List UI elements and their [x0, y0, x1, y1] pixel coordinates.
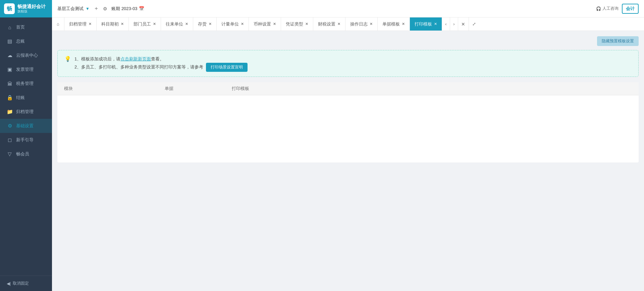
close-period-icon: 🔒 — [7, 95, 13, 101]
unpin-icon: ◀| — [7, 281, 11, 286]
tab-dept-close-icon[interactable]: ✕ — [153, 22, 156, 26]
tab-partner-close-icon[interactable]: ✕ — [185, 22, 188, 26]
tab-print-template-close-icon[interactable]: ✕ — [434, 22, 437, 26]
tab-doc-template[interactable]: 单据模板 ✕ — [378, 17, 410, 31]
sidebar-item-guide[interactable]: ◻ 新手引导 — [0, 133, 52, 147]
add-project-button[interactable]: ＋ — [94, 5, 99, 12]
info-text-block: 1、模板添加成功后，请点击刷新新页面查看。 2、多员工、多打印机、多种业务类型设… — [74, 55, 248, 72]
tab-home[interactable]: ⌂ — [52, 17, 64, 31]
reports-icon: ☁ — [7, 52, 13, 58]
info-line-1: 1、模板添加成功后，请点击刷新新页面查看。 — [74, 55, 248, 63]
tab-print-template-label: 打印模板 — [415, 21, 432, 27]
col-header-module: 模块 — [57, 86, 158, 92]
sidebar-item-settings[interactable]: ⚙ 基础设置 — [0, 119, 52, 133]
tab-voucher-type-close-icon[interactable]: ✕ — [305, 22, 308, 26]
tab-scroll-right-button[interactable]: › — [450, 17, 458, 31]
unpin-button[interactable]: ◀| 取消固定 — [0, 276, 52, 291]
tax-icon: 🏛 — [7, 81, 13, 87]
info-line-2: 2、多员工、多打印机、多种业务类型设置不同打印方案等，请参考 打印场景设置宣明 — [74, 63, 248, 72]
service-button[interactable]: 🎧 人工咨询 — [596, 6, 619, 11]
tab-inventory-close-icon[interactable]: ✕ — [209, 22, 212, 26]
tab-print-template[interactable]: 打印模板 ✕ — [410, 17, 442, 31]
project-selector[interactable]: 基层工会测试 ▼ — [57, 6, 90, 12]
project-name: 基层工会测试 — [57, 6, 84, 12]
sidebar-item-invoice-label: 发票管理 — [16, 66, 34, 72]
tab-tax-settings-close-icon[interactable]: ✕ — [337, 22, 340, 26]
sidebar-item-archive[interactable]: 📁 归档管理 — [0, 105, 52, 119]
kuaiji-button[interactable]: 会计 — [622, 4, 639, 14]
col-header-print: 打印模板 — [225, 86, 639, 92]
tab-subjects-close-icon[interactable]: ✕ — [121, 22, 124, 26]
info-text-before: 1、模板添加成功后，请 — [74, 56, 120, 61]
tab-unit-close-icon[interactable]: ✕ — [241, 22, 244, 26]
sidebar-item-home[interactable]: ⌂ 首页 — [0, 20, 52, 34]
tab-archive-close-icon[interactable]: ✕ — [89, 22, 92, 26]
tab-subjects-label: 科目期初 — [101, 21, 119, 27]
tab-voucher-type-label: 凭证类型 — [286, 21, 303, 27]
tab-subjects[interactable]: 科目期初 ✕ — [97, 17, 129, 31]
sidebar-item-reports-label: 云报表中心 — [16, 52, 38, 58]
tab-partner-label: 往来单位 — [166, 21, 183, 27]
ledger-icon: ▤ — [7, 38, 13, 44]
tab-op-log-close-icon[interactable]: ✕ — [370, 22, 373, 26]
tab-partner[interactable]: 往来单位 ✕ — [161, 17, 193, 31]
unpin-label: 取消固定 — [13, 281, 29, 286]
invoice-icon: ▣ — [7, 66, 13, 72]
sidebar-item-vip-label: 畅会员 — [16, 151, 29, 157]
tab-currency-label: 币种设置 — [254, 21, 271, 27]
logo-title: 畅捷通好会计 — [17, 4, 46, 9]
tab-currency[interactable]: 币种设置 ✕ — [249, 17, 281, 31]
calendar-icon[interactable]: 📅 — [139, 6, 144, 11]
table-header: 模块 单据 打印模板 — [57, 82, 639, 95]
info-box-content: 💡 1、模板添加成功后，请点击刷新新页面查看。 2、多员工、多打印机、多种业务类… — [64, 55, 632, 72]
vip-icon: ▽ — [7, 151, 13, 157]
content-area: 隐藏预置模板设置 💡 1、模板添加成功后，请点击刷新新页面查看。 2、多员工、多… — [52, 31, 644, 291]
tab-close-all-button[interactable]: ✕ — [458, 17, 469, 31]
tab-scroll-left-button[interactable]: ‹ — [442, 17, 450, 31]
tab-expand-button[interactable]: ⤢ — [469, 17, 480, 31]
hide-template-button[interactable]: 隐藏预置模板设置 — [597, 36, 639, 46]
info-box: 💡 1、模板添加成功后，请点击刷新新页面查看。 2、多员工、多打印机、多种业务类… — [57, 50, 639, 77]
refresh-link[interactable]: 点击刷新新页面 — [120, 56, 151, 61]
home-icon: ⌂ — [7, 25, 13, 30]
settings-gear-icon[interactable]: ⚙ — [103, 6, 107, 11]
sidebar-item-archive-label: 归档管理 — [16, 109, 34, 115]
sidebar-item-ledger[interactable]: ▤ 总账 — [0, 34, 52, 48]
tab-archive-label: 归档管理 — [69, 21, 87, 27]
sidebar-item-vip[interactable]: ▽ 畅会员 — [0, 147, 52, 161]
tab-voucher-type[interactable]: 凭证类型 ✕ — [281, 17, 313, 31]
logo-icon: 畅 — [4, 3, 15, 14]
tab-currency-close-icon[interactable]: ✕ — [273, 22, 276, 26]
sidebar-item-settings-label: 基础设置 — [16, 123, 34, 129]
sidebar: 畅 畅捷通好会计 旗舰版 ⌂ 首页 ▤ 总账 ☁ 云报表中心 ▣ 发票管理 🏛 … — [0, 0, 52, 291]
tab-dept-label: 部门员工 — [133, 21, 151, 27]
tab-dept[interactable]: 部门员工 ✕ — [129, 17, 161, 31]
tab-tax-settings-label: 财税设置 — [318, 21, 335, 27]
info-line2-text: 2、多员工、多打印机、多种业务类型设置不同打印方案等，请参考 — [74, 64, 203, 69]
info-text-after: 查看。 — [151, 56, 164, 61]
logo-subtitle: 旗舰版 — [17, 9, 46, 14]
main-area: 基层工会测试 ▼ ＋ ⚙ 账期 2023-03 📅 🎧 人工咨询 会计 ⌂ 归档… — [52, 0, 644, 291]
period-label: 账期 — [111, 6, 120, 12]
table-body — [57, 95, 639, 162]
archive-icon: 📁 — [7, 109, 13, 115]
tab-doc-template-label: 单据模板 — [382, 21, 400, 27]
bulb-icon: 💡 — [64, 56, 71, 62]
tab-archive[interactable]: 归档管理 ✕ — [64, 17, 97, 31]
sidebar-item-close[interactable]: 🔒 结账 — [0, 91, 52, 105]
service-label: 人工咨询 — [602, 6, 619, 11]
tab-op-log[interactable]: 操作日志 ✕ — [345, 17, 378, 31]
tab-tax-settings[interactable]: 财税设置 ✕ — [313, 17, 345, 31]
headset-icon: 🎧 — [596, 6, 601, 11]
tab-doc-template-close-icon[interactable]: ✕ — [402, 22, 405, 26]
sidebar-item-invoice[interactable]: ▣ 发票管理 — [0, 62, 52, 77]
topbar-right: 🎧 人工咨询 会计 — [596, 4, 639, 14]
print-explain-button[interactable]: 打印场景设置宣明 — [206, 63, 248, 72]
tab-inventory[interactable]: 存货 ✕ — [193, 17, 217, 31]
sidebar-item-home-label: 首页 — [16, 24, 25, 30]
sidebar-item-reports[interactable]: ☁ 云报表中心 — [0, 48, 52, 62]
tab-unit[interactable]: 计量单位 ✕ — [217, 17, 249, 31]
sidebar-item-tax-label: 税务管理 — [16, 81, 34, 87]
sidebar-item-tax[interactable]: 🏛 税务管理 — [0, 77, 52, 91]
print-template-table: 模块 单据 打印模板 — [57, 82, 639, 162]
